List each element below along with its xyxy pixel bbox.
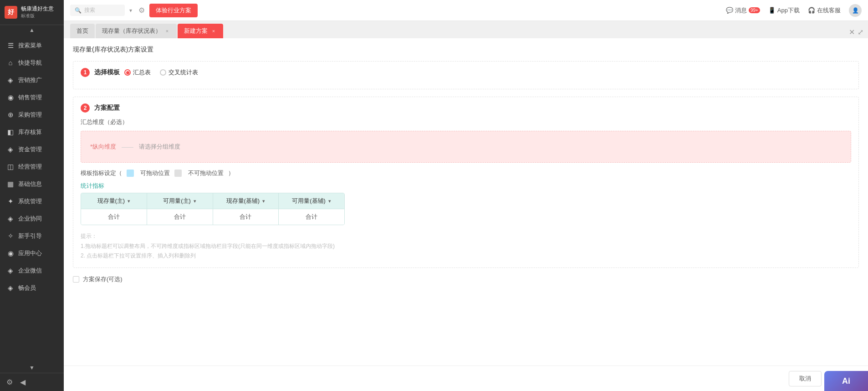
sidebar-item-label: 系统管理: [18, 197, 42, 206]
stat-col-2-body: 合计: [213, 209, 279, 225]
basic-info-icon: ▦: [6, 180, 15, 188]
tab-new-plan[interactable]: 新建方案 ×: [178, 24, 223, 38]
topbar-chevron-down[interactable]: ▾: [129, 7, 132, 14]
sidebar-item-label: 企业微信: [18, 267, 42, 275]
col-2-chevron-icon[interactable]: ▾: [262, 198, 265, 204]
radio-cross[interactable]: 交叉统计表: [160, 68, 198, 77]
radio-summary[interactable]: 汇总表: [124, 68, 151, 77]
section-1: 1 选择模板 汇总表 交叉统计表: [73, 61, 859, 89]
stat-col-2-header[interactable]: 现存量(基辅) ▾: [213, 193, 279, 209]
sidebar-item-purchase[interactable]: ⊕ 采购管理: [0, 106, 64, 123]
search-placeholder: 搜索: [84, 6, 95, 14]
sidebar-item-quicknav[interactable]: ⌂ 快捷导航: [0, 54, 64, 72]
stat-col-0-label: 现存量(主): [97, 197, 125, 205]
sidebar-item-marketing[interactable]: ◈ 营销推广: [0, 72, 64, 89]
sidebar-item-inventory[interactable]: ◧ 库存核算: [0, 123, 64, 141]
summary-dimension-label: 汇总维度（必选）: [81, 118, 851, 126]
indicator-draggable-badge: [127, 170, 134, 177]
home-icon: ⌂: [6, 59, 15, 67]
vertical-dim-dash: ——: [122, 144, 133, 150]
radio-cross-circle: [160, 69, 166, 76]
app-name: 畅康通好生意: [21, 5, 54, 13]
user-avatar[interactable]: 👤: [849, 4, 862, 17]
sidebar: 好 畅康通好生意 标准版 ▲ ☰ 搜索菜单 ⌂ 快捷导航 ◈ 营销推广 ◉ 销售…: [0, 0, 64, 391]
system-icon: ✦: [6, 197, 15, 206]
online-service-label: 在线客服: [817, 6, 841, 15]
col-0-chevron-icon[interactable]: ▾: [128, 198, 130, 204]
indicator-close-label: ）: [228, 169, 234, 177]
wechat-icon: ◈: [6, 267, 15, 275]
messages-label: 消息: [735, 6, 747, 15]
sidebar-item-basic-info[interactable]: ▦ 基础信息: [0, 175, 64, 193]
tab-inventory-close[interactable]: ×: [164, 28, 170, 34]
stat-col-2-label: 现存量(基辅): [226, 197, 260, 205]
indicator-non-draggable-label: 不可拖动位置: [188, 169, 224, 177]
stat-col-0-body: 合计: [81, 209, 147, 225]
tab-expand-icon[interactable]: ⤢: [858, 28, 863, 36]
tab-new-plan-label: 新建方案: [184, 27, 208, 35]
settings-icon[interactable]: ⚙: [6, 378, 13, 386]
tips-1: 2. 点击标题栏下拉可设置排序、插入列和删除列: [81, 251, 851, 261]
messages-badge: 99+: [749, 7, 760, 13]
topbar-gear-icon[interactable]: ⚙: [138, 6, 145, 15]
messages-item[interactable]: 💬 消息 99+: [726, 6, 760, 15]
sidebar-item-label: 采购管理: [18, 111, 42, 119]
collapse-icon[interactable]: ◀: [20, 378, 26, 386]
sidebar-item-management[interactable]: ◫ 经营管理: [0, 158, 64, 175]
ai-label: Ai: [842, 376, 850, 386]
sidebar-item-guide[interactable]: ✧ 新手引导: [0, 227, 64, 245]
tips-title: 提示：: [81, 232, 851, 242]
app-download-item[interactable]: 📱 App下载: [768, 6, 800, 15]
cancel-button[interactable]: 取消: [789, 371, 822, 386]
phone-icon: 📱: [768, 7, 776, 14]
sidebar-item-finance[interactable]: ◈ 资金管理: [0, 141, 64, 158]
ai-fab-button[interactable]: Ai: [824, 371, 868, 391]
indicator-settings-label: 模板指标设定（: [81, 169, 122, 177]
main-area: 🔍 搜索 ▾ ⚙ 体验行业方案 💬 消息 99+ 📱 App下载 🎧 在线客服 …: [64, 0, 868, 391]
section-1-num: 1: [81, 68, 90, 77]
sidebar-item-label: 库存核算: [18, 128, 42, 136]
tips-box: 提示： 1.拖动标题栏可以调整布局，不可跨维度或指标区域拖动栏目字段(只能在同一…: [81, 232, 851, 261]
sidebar-item-label: 搜索菜单: [18, 41, 42, 50]
sidebar-scroll-up[interactable]: ▲: [0, 25, 64, 35]
tab-inventory-label: 现存量（库存状况表）: [102, 27, 161, 35]
content-area: 现存量(库存状况表)方案设置 1 选择模板 汇总表 交叉统计表: [64, 38, 868, 365]
sidebar-item-wechat[interactable]: ◈ 企业微信: [0, 262, 64, 279]
stat-col-1-header[interactable]: 可用量(主) ▾: [147, 193, 213, 209]
sidebar-item-member[interactable]: ◈ 畅会员: [0, 279, 64, 297]
purchase-icon: ⊕: [6, 111, 15, 119]
sidebar-item-label: 企业协同: [18, 215, 42, 223]
try-industry-plan-button[interactable]: 体验行业方案: [149, 4, 198, 17]
save-checkbox[interactable]: [73, 276, 79, 283]
sidebar-scroll-down[interactable]: ▼: [0, 363, 64, 373]
sidebar-item-app-center[interactable]: ◉ 应用中心: [0, 245, 64, 262]
topbar: 🔍 搜索 ▾ ⚙ 体验行业方案 💬 消息 99+ 📱 App下载 🎧 在线客服 …: [64, 0, 868, 21]
tab-close-all-icon[interactable]: ✕: [849, 28, 855, 36]
sidebar-item-label: 新手引导: [18, 232, 42, 240]
sidebar-item-system[interactable]: ✦ 系统管理: [0, 193, 64, 210]
tab-home[interactable]: 首页: [70, 24, 95, 38]
sidebar-item-label: 营销推广: [18, 76, 42, 84]
stat-col-3-header[interactable]: 可用量(基辅) ▾: [279, 193, 344, 209]
online-service-item[interactable]: 🎧 在线客服: [808, 6, 841, 15]
enterprise-icon: ◈: [6, 215, 15, 223]
sidebar-item-search[interactable]: ☰ 搜索菜单: [0, 37, 64, 54]
topbar-search[interactable]: 🔍 搜索: [70, 5, 125, 16]
sidebar-item-label: 资金管理: [18, 145, 42, 154]
template-radio-group: 汇总表 交叉统计表: [124, 68, 198, 77]
sidebar-item-sales[interactable]: ◉ 销售管理: [0, 89, 64, 106]
stat-col-0-header[interactable]: 现存量(主) ▾: [81, 193, 147, 209]
tab-inventory[interactable]: 现存量（库存状况表） ×: [96, 24, 177, 38]
tabbar-right-controls: ✕ ⤢: [849, 28, 868, 38]
page-title: 现存量(库存状况表)方案设置: [73, 46, 859, 54]
sidebar-item-label: 基础信息: [18, 180, 42, 188]
indicator-settings-row: 模板指标设定（ 可拖动位置 不可拖动位置 ）: [81, 169, 851, 177]
stat-table-header: 现存量(主) ▾ 合计 可用量(主) ▾ 合计: [81, 193, 344, 225]
sidebar-item-enterprise[interactable]: ◈ 企业协同: [0, 210, 64, 227]
col-3-chevron-icon[interactable]: ▾: [328, 198, 331, 204]
tab-new-plan-close[interactable]: ×: [210, 28, 217, 34]
dimension-box[interactable]: *纵向维度 —— 请选择分组维度: [81, 131, 851, 163]
stat-col-2: 现存量(基辅) ▾ 合计: [213, 193, 279, 225]
col-1-chevron-icon[interactable]: ▾: [194, 198, 196, 204]
indicator-draggable-label: 可拖动位置: [140, 169, 170, 177]
